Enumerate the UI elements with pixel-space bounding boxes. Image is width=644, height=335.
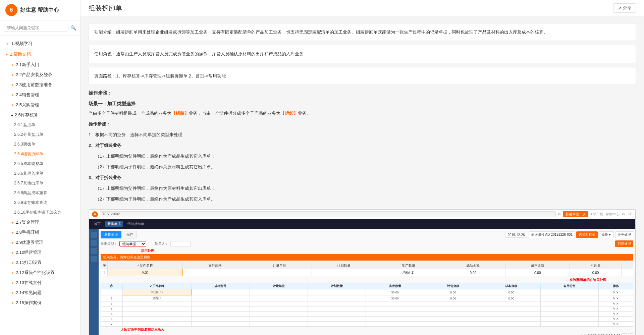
screenshot-container: 6 TEST-H002 ⚙ 新建单据一次 App下载 帮助中心 ⚙ CC 首页 … (89, 209, 636, 335)
mock-side-icon-1 (91, 232, 97, 238)
sidebar-item-2-2[interactable]: ＋ 2.2产品安装及登录 (0, 70, 80, 80)
sidebar-item-2-15[interactable]: ＋ 2.15操作案例 (0, 298, 80, 308)
mock-actions: 新建单据 保存 2019-12-26 单据编号 AD-20191226-001 … (101, 231, 633, 238)
operations-title: 操作步骤： (89, 90, 636, 96)
th-upper-plan: 计划数量 (312, 262, 376, 269)
lower-name-cell-1[interactable]: 均价(+1) (122, 289, 192, 295)
pagination-prev[interactable]: ‹ (622, 333, 627, 335)
mock-btn-op1[interactable]: 操作▼ (599, 231, 614, 238)
sidebar-leaf-2-6-10[interactable]: 2.6.10库存账本错了怎么办 (0, 208, 80, 217)
sidebar-item-2-1[interactable]: ＋ 2.1新手入门 (0, 60, 80, 70)
mock-sidebar-thin (89, 229, 99, 335)
logo-icon: 6 (5, 4, 17, 16)
sidebar-leaf-2-6-1[interactable]: 2.6.1盘点单 (0, 120, 80, 130)
mock-content-area: 新建单据 保存 2019-12-26 单据编号 AD-20191226-001 … (89, 229, 635, 335)
th-lower-seq: 序 (101, 283, 123, 289)
mock-btn-process[interactable]: 启用处理 (615, 240, 633, 247)
nav-group-1: ＋ 1.视频学习 (0, 38, 80, 49)
sidebar-item-2-3[interactable]: ＋ 2.3使用前数据准备 (0, 80, 80, 90)
sidebar-leaf-2-6-3[interactable]: 2.6.3调拨单 (0, 139, 80, 149)
table-row: 5✎ ✕ (101, 312, 633, 317)
th-upper-name: ✓父件名称 (108, 262, 183, 269)
plus-icon-2-9: ＋ (11, 240, 14, 245)
pagination-next[interactable]: › (628, 333, 633, 335)
share-icon: ↗ (618, 6, 622, 11)
mock-btn-approve[interactable]: 选择对料单 (576, 231, 598, 238)
sidebar-item-2-8[interactable]: ＋ 2.8手机旺铺 (0, 227, 80, 237)
step2: 2、对于组装业务 (89, 141, 636, 150)
sidebar-item-2-12[interactable]: ＋ 2.12系统个性化设置 (0, 268, 80, 278)
mock-btn-no: 单据编号 AD-20191226-001 (529, 231, 575, 238)
sidebar-item-2-6[interactable]: ● 2.6库存核算 (0, 110, 80, 120)
lower-name-cell-2[interactable]: 测品 2 (122, 295, 192, 301)
step2-1: （1）上部明细为父件明细，最终作为产成品生成其它入库单； (89, 152, 636, 161)
sidebar-leaf-2-6-2[interactable]: 2.6.2分量盘点单 (0, 130, 80, 139)
sidebar-item-2-7[interactable]: ＋ 2.7资金管理 (0, 217, 80, 227)
sidebar-item-2-10[interactable]: ＋ 2.10经营管理 (0, 247, 80, 258)
table-row: 7✎ ✕ (101, 322, 633, 327)
plus-icon-2-14: ＋ (11, 290, 14, 295)
sidebar-item-video[interactable]: ＋ 1.视频学习 (0, 38, 80, 49)
th-upper-unit: 计量单位 (247, 262, 312, 269)
step3-2: （2）下部明细为子件明细，最终作为产成品生成其它入库单。 (89, 195, 636, 204)
mock-nav-new[interactable]: 新建单据 (105, 221, 123, 227)
sidebar-item-2-11[interactable]: ＋ 2.11打印设置 (0, 258, 80, 268)
plus-icon-2-5: ＋ (11, 103, 14, 108)
mock-type-select[interactable]: 组装单据 拆卸单据 (119, 241, 146, 246)
minus-icon-2: ● (5, 52, 8, 57)
share-button[interactable]: ↗ 分享 (613, 3, 636, 13)
sidebar-item-2-13[interactable]: ＋ 2.13在线支付 (0, 278, 80, 288)
step3: 3、对于拆装业务 (89, 173, 636, 182)
th-lower-cost: 成本金额 (482, 283, 540, 289)
mock-maker[interactable] (170, 241, 191, 246)
step1: 1、根据不同的业务，选择不同单据的类型来处理 (89, 130, 636, 139)
upper-name-cell[interactable]: 米米 (108, 269, 183, 276)
sidebar-item-2-4[interactable]: ＋ 2.4销售管理 (0, 90, 80, 100)
annotation-nofixed: 无固定流中的组装在这里录入 (121, 327, 633, 332)
sidebar-item-helpdoc[interactable]: ● 2.帮助文档 (0, 49, 80, 60)
section-header-label: 组装业务、拆卸业务在这里切换 (103, 255, 150, 260)
mock-btn-date: 2019-12-26 (505, 232, 527, 238)
sidebar-leaf-2-6-5[interactable]: 2.6.5成本调整单 (0, 159, 80, 169)
mock-nav-list[interactable]: 组装拆卸单 (125, 221, 146, 227)
th-upper-seq: 序 (101, 262, 108, 269)
sidebar-leaf-2-6-7[interactable]: 2.6.7其他出库单 (0, 178, 80, 188)
mock-top-bar: 6 TEST-H002 ⚙ 新建单据一次 App下载 帮助中心 ⚙ CC (89, 210, 635, 219)
sidebar-group-label: 1.视频学习 (11, 41, 33, 47)
main-content: 功能介绍：组装拆卸单用来处理企业组装或拆卸等加工业务，支持有固定装配清单的产品加… (80, 16, 644, 335)
scene1-title: 场景一：加工类型选择 (89, 101, 636, 107)
table-row: 6✎ ✕ (101, 317, 633, 322)
search-input[interactable] (4, 24, 68, 32)
mock-btn-op2[interactable]: 业务处理 (615, 231, 633, 238)
search-bar: 🔍 (0, 20, 80, 36)
plus-icon-2-13: ＋ (11, 280, 14, 285)
sidebar-leaf-2-6-8[interactable]: 2.6.8商品成本重算 (0, 188, 80, 198)
mock-tab-new[interactable]: 新建单据 (101, 231, 121, 238)
th-lower-unit: 计量单位 (250, 283, 308, 289)
nav-group-2: ● 2.帮助文档 ＋ 2.1新手入门 ＋ 2.2产品安装及登录 ＋ 2.3使用前… (0, 49, 80, 308)
table-row: 4✎ ✕ (101, 306, 633, 312)
mock-browser: 6 TEST-H002 ⚙ 新建单据一次 App下载 帮助中心 ⚙ CC 首页 … (89, 209, 636, 335)
mock-tab-save[interactable]: 保存 (123, 231, 137, 238)
sidebar-item-2-5[interactable]: ＋ 2.5采购管理 (0, 100, 80, 110)
mock-btn-new[interactable]: 新建单据一次 (563, 211, 588, 217)
sidebar-leaf-2-6-9[interactable]: 2.6.9库存账本查询 (0, 198, 80, 208)
search-icon[interactable]: 🔍 (70, 25, 76, 31)
table-row: 1 米米 均价(-1) 0.00 0.00 0.00 (101, 269, 633, 276)
sidebar-group-label-2: 2.帮助文档 (10, 51, 31, 57)
sidebar-item-2-14[interactable]: ＋ 2.14常见问题 (0, 288, 80, 298)
th-lower-name: ✓子件名称 (122, 283, 192, 289)
sidebar-item-2-9[interactable]: ＋ 2.9优惠券管理 (0, 237, 80, 247)
th-lower-group: 备用分组 (540, 283, 598, 289)
path-block: 页面路径：1、库存核算->库存管理->组装拆卸单 2、首页->常用功能 (89, 67, 636, 85)
mock-nav-home[interactable]: 首页 (92, 221, 103, 227)
sidebar-leaf-2-6-4[interactable]: 2.6.4组装拆卸单 (0, 149, 80, 159)
sidebar-subitems-2: ＋ 2.1新手入门 ＋ 2.2产品安装及登录 ＋ 2.3使用前数据准备 ＋ 2.… (0, 60, 80, 308)
sidebar-leaf-2-6-6[interactable]: 2.6.6其他入库单 (0, 169, 80, 178)
table-row: 均价(+1) 30.00 0.00 0.00 ✎ ✕ (101, 289, 633, 295)
app-title: 好生意 帮助中心 (20, 7, 59, 14)
plus-icon-2-10: ＋ (11, 250, 14, 255)
step2-2: （2）下部明细为子件明细，最终作为原材料生成其它出库单。 (89, 163, 636, 171)
scene1-desc: 当由多个子件材料组装成一个成品的业务为【组装】业务，当由一个父件拆分成多个子产品… (89, 109, 636, 118)
mock-side-icon-4 (91, 256, 97, 262)
